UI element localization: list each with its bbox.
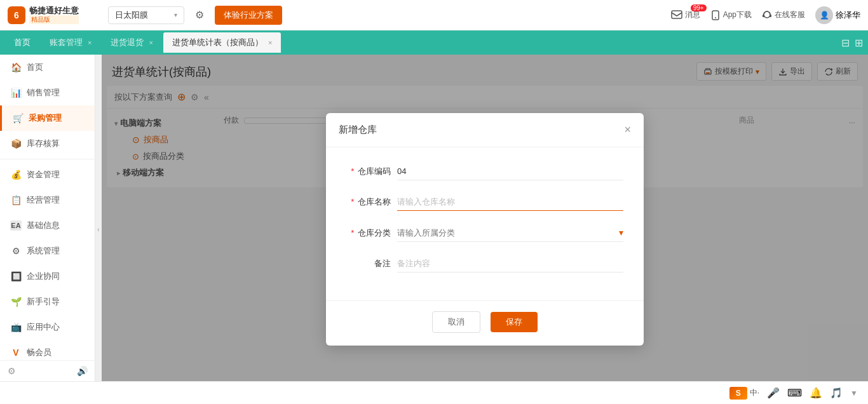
avatar: 👤 [815, 6, 833, 24]
tab-purchase-stat-label: 进货单统计表（按商品） [172, 37, 263, 48]
note-label: 备注 [346, 258, 397, 269]
sidebar-toggle[interactable]: ‹ [95, 55, 102, 404]
speaker-icon[interactable]: 🔊 [77, 366, 88, 376]
sidebar-item-home[interactable]: 🏠 首页 [0, 55, 95, 80]
sidebar-item-finance[interactable]: 💰 资金管理 [0, 162, 95, 187]
category-label: * 仓库分类 [346, 227, 397, 239]
tab-accounts-close[interactable]: × [88, 39, 92, 46]
sidebar-item-operations-label: 经营管理 [27, 194, 60, 206]
sidebar-item-guide[interactable]: 🌱 新手引导 [0, 289, 95, 314]
message-icon [671, 10, 682, 21]
app-download-item[interactable]: App下载 [710, 10, 752, 20]
svg-rect-5 [770, 15, 771, 17]
store-name: 日太阳膜 [115, 10, 172, 21]
sidebar-item-system[interactable]: ⚙ 系统管理 [0, 238, 95, 264]
sidebar-item-enterprise-label: 企业协同 [27, 271, 60, 282]
content-area: 进货单统计(按商品) 按模板打印 ▾ 导出 刷新 按以下 [102, 55, 868, 404]
sidebar-divider-1 [0, 159, 95, 159]
bottom-chevron-icon[interactable]: ▼ [850, 389, 858, 398]
tab-minimize-btn[interactable]: ⊟ [841, 37, 850, 49]
sidebar-item-operations[interactable]: 📋 经营管理 [0, 187, 95, 213]
app-label: App下载 [723, 10, 752, 20]
category-select[interactable]: ▾ [397, 224, 623, 242]
code-input[interactable] [397, 163, 623, 180]
s-logo-icon: S [729, 387, 747, 400]
svg-point-2 [715, 17, 716, 18]
tab-home-label: 首页 [14, 37, 31, 48]
tab-purchase-stat[interactable]: 进货单统计表（按商品） × [163, 32, 281, 53]
tab-purchase-stat-close[interactable]: × [268, 39, 272, 46]
mobile-icon [710, 10, 721, 20]
tab-purchase-return[interactable]: 进货退货 × [102, 32, 161, 53]
sidebar-item-system-label: 系统管理 [27, 245, 60, 257]
sidebar-item-apps[interactable]: 📺 应用中心 [0, 314, 95, 340]
top-header: 6 畅捷通好生意 精品版 日太阳膜 ▾ ⚙ 体验行业方案 消息 99+ App下… [0, 0, 868, 30]
tab-purchase-return-close[interactable]: × [149, 39, 153, 46]
tab-purchase-return-label: 进货退货 [111, 37, 144, 48]
sidebar-item-enterprise[interactable]: 🔲 企业协同 [0, 264, 95, 289]
trial-button[interactable]: 体验行业方案 [215, 6, 282, 25]
code-label: * 仓库编码 [346, 166, 397, 177]
enterprise-icon: 🔲 [10, 271, 22, 282]
bottom-notification-icon[interactable]: 🔔 [810, 387, 822, 399]
store-selector[interactable]: 日太阳膜 ▾ [108, 6, 184, 24]
sidebar-item-inventory-label: 库存核算 [27, 138, 60, 149]
modal-header: 新增仓库 × [326, 113, 644, 147]
basic-info-icon: EA [10, 220, 22, 231]
bottom-text-cn: 中· [750, 387, 759, 398]
sidebar-item-inventory[interactable]: 📦 库存核算 [0, 131, 95, 156]
required-mark-code: * [351, 166, 354, 176]
svg-rect-0 [672, 11, 682, 18]
sidebar-item-apps-label: 应用中心 [27, 321, 60, 333]
tab-home[interactable]: 首页 [5, 32, 39, 53]
service-label: 在线客服 [775, 10, 805, 20]
sidebar-item-sales[interactable]: 📊 销售管理 [0, 80, 95, 105]
tab-accounts-label: 账套管理 [50, 37, 83, 48]
sidebar-item-purchase[interactable]: 🛒 采购管理 [0, 105, 95, 131]
bottom-keyboard-icon[interactable]: ⌨ [787, 387, 802, 399]
bottom-music-icon[interactable]: 🎵 [830, 387, 843, 399]
form-row-name: * 仓库名称 [346, 193, 623, 211]
modal-body: * 仓库编码 * 仓库名称 [326, 147, 644, 300]
logo-area: 6 畅捷通好生意 精品版 [8, 6, 103, 25]
service-item[interactable]: 在线客服 [762, 10, 805, 20]
svg-rect-4 [763, 15, 764, 17]
vip-icon: V [10, 347, 22, 358]
inventory-icon: 📦 [10, 138, 22, 149]
operations-icon: 📋 [10, 194, 22, 206]
gear-button[interactable]: ⚙ [189, 5, 210, 25]
apps-icon: 📺 [10, 321, 22, 333]
modal-footer: 取消 保存 [326, 300, 644, 346]
finance-icon: 💰 [10, 169, 22, 180]
modal-close-button[interactable]: × [624, 123, 631, 137]
category-input[interactable] [397, 228, 619, 238]
form-row-note: 备注 [346, 255, 623, 273]
sidebar-item-basic-label: 基础信息 [27, 220, 60, 231]
tab-bar-right: ⊟ ⊞ [841, 37, 863, 49]
bottom-logo: S 中· [729, 387, 759, 400]
modal-title: 新增仓库 [339, 124, 377, 136]
chevron-down-icon: ▾ [174, 11, 177, 18]
name-input[interactable] [397, 193, 623, 211]
category-arrow-icon: ▾ [619, 227, 623, 238]
note-input[interactable] [397, 255, 623, 273]
bottom-mic-icon[interactable]: 🎤 [767, 387, 780, 399]
user-info[interactable]: 👤 徐泽华 [815, 6, 860, 24]
message-item[interactable]: 消息 99+ [671, 10, 700, 21]
tab-expand-btn[interactable]: ⊞ [855, 37, 863, 49]
gear-bottom-icon[interactable]: ⚙ [8, 366, 16, 376]
required-mark-name: * [351, 197, 354, 206]
sidebar-item-basic-info[interactable]: EA 基础信息 [0, 213, 95, 238]
cancel-button[interactable]: 取消 [432, 311, 480, 333]
save-button[interactable]: 保存 [491, 312, 538, 332]
user-name: 徐泽华 [836, 10, 860, 21]
modal-overlay: 新增仓库 × * 仓库编码 * [102, 55, 868, 404]
message-badge: 99+ [691, 4, 707, 11]
required-mark-category: * [351, 228, 354, 238]
sidebar-item-sales-label: 销售管理 [27, 87, 60, 98]
header-right: 消息 99+ App下载 在线客服 👤 徐泽华 [671, 6, 860, 24]
tab-accounts[interactable]: 账套管理 × [41, 32, 100, 53]
sales-icon: 📊 [10, 87, 22, 98]
tab-bar: 首页 账套管理 × 进货退货 × 进货单统计表（按商品） × ⊟ ⊞ [0, 30, 868, 55]
system-icon: ⚙ [10, 245, 22, 257]
